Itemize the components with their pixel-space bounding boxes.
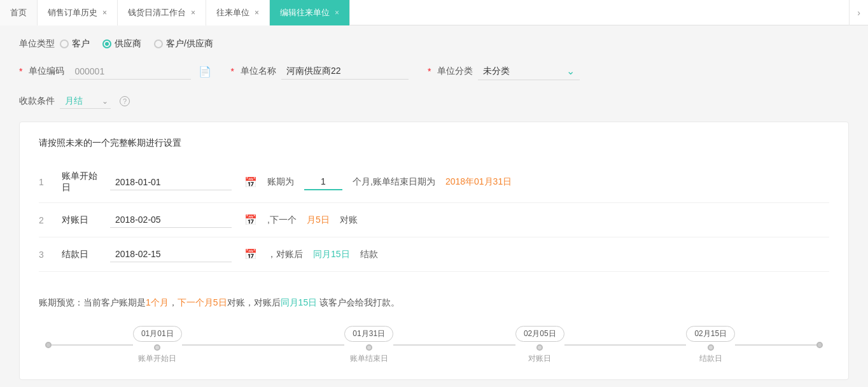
unit-type-label: 单位类型 <box>19 38 55 50</box>
timeline-line-2 <box>182 344 345 346</box>
timeline-line-4 <box>564 344 687 346</box>
unit-name-required: * <box>230 66 234 76</box>
unit-classify-value: 未分类 <box>483 66 510 77</box>
radio-supplier[interactable]: 供应商 <box>102 38 141 50</box>
preview-part3: 同月15日 <box>281 297 318 307</box>
period-row-1-cal-icon[interactable]: 📅 <box>244 176 257 188</box>
period-row-2-cal-icon[interactable]: 📅 <box>244 214 257 226</box>
timeline-node-3-caption: 对账日 <box>528 353 551 364</box>
period-row-3-desc-highlight: 同月15日 <box>313 249 350 260</box>
timeline-node-2-label: 01月31日 <box>344 326 393 342</box>
timeline: 01月01日 账单开始日 01月31日 账单结束日 02月05日 对账日 <box>39 326 829 364</box>
payment-terms-help-icon[interactable]: ? <box>120 96 130 106</box>
radio-supplier-circle <box>102 39 111 48</box>
preview-prefix: 账期预览：当前客户账期是 <box>39 297 146 307</box>
period-row-2-label: 对账日 <box>62 215 100 226</box>
tab-sales-history[interactable]: 销售订单历史 × <box>38 0 118 25</box>
unit-type-row: 单位类型 客户 供应商 客户/供应商 <box>19 38 849 50</box>
timeline-node-3: 02月05日 对账日 <box>515 326 564 364</box>
period-row-2: 2 对账日 📅 ,下一个月5日对账 <box>39 203 829 237</box>
period-months-input[interactable] <box>304 174 342 190</box>
tab-edit-partner-label: 编辑往来单位 <box>280 7 330 18</box>
period-row-1-num: 1 <box>39 177 52 187</box>
payment-terms-select-wrapper: 月结 周结 日结 ⌄ <box>60 93 111 109</box>
payment-terms-field: 收款条件 月结 周结 日结 ⌄ ? <box>19 93 130 109</box>
radio-customer[interactable]: 客户 <box>60 38 90 50</box>
period-row-2-desc-highlight: 月5日 <box>307 215 330 226</box>
payment-terms-row: 收款条件 月结 周结 日结 ⌄ ? <box>19 93 849 109</box>
unit-code-label: 单位编码 <box>29 66 64 77</box>
period-row-1-months-unit: 个月,账单结束日期为 <box>353 176 435 188</box>
unit-type-field: 单位类型 客户 供应商 客户/供应商 <box>19 38 213 50</box>
timeline-end-dot <box>816 342 823 348</box>
timeline-node-1-label: 01月01日 <box>133 326 182 342</box>
period-row-3-label: 结款日 <box>62 249 100 260</box>
tab-cashier-close[interactable]: × <box>191 8 195 17</box>
timeline-track: 01月01日 账单开始日 01月31日 账单结束日 02月05日 对账日 <box>45 326 823 364</box>
radio-customer-circle <box>60 39 69 48</box>
unit-classify-arrow-icon: ⌄ <box>566 65 575 77</box>
timeline-node-2-caption: 账单结束日 <box>350 353 388 364</box>
period-row-1-end-date: 2018年01月31日 <box>445 176 512 188</box>
tab-partners-label: 往来单位 <box>216 7 249 18</box>
unit-name-input[interactable] <box>281 64 409 80</box>
timeline-node-2: 01月31日 账单结束日 <box>344 326 393 364</box>
payment-terms-select[interactable]: 月结 周结 日结 <box>60 93 111 109</box>
radio-both[interactable]: 客户/供应商 <box>154 38 213 50</box>
timeline-node-4-caption: 结款日 <box>699 353 722 364</box>
period-row-3-date[interactable] <box>110 246 232 262</box>
period-card-title: 请按照未来的一个完整帐期进行设置 <box>39 137 829 149</box>
period-row-3-num: 3 <box>39 250 52 260</box>
tabs-bar: 首页 销售订单历史 × 钱货日清工作台 × 往来单位 × 编辑往来单位 × › <box>0 0 868 25</box>
radio-customer-label: 客户 <box>72 38 90 50</box>
period-row-2-desc-after: 对账 <box>340 215 358 226</box>
timeline-node-3-label: 02月05日 <box>515 326 564 342</box>
unit-code-required: * <box>19 66 22 76</box>
unit-classify-required: * <box>428 66 431 76</box>
tab-cashier[interactable]: 钱货日清工作台 × <box>118 0 206 25</box>
tab-partners[interactable]: 往来单位 × <box>206 0 270 25</box>
unit-type-radio-group: 客户 供应商 客户/供应商 <box>60 38 213 50</box>
period-row-2-desc-before: ,下一个 <box>267 215 297 226</box>
tab-cashier-label: 钱货日清工作台 <box>128 7 186 18</box>
preview-mid1: ， <box>169 297 178 307</box>
tab-sales-history-label: 销售订单历史 <box>48 7 97 18</box>
period-row-3-desc-after: 结款 <box>360 249 378 260</box>
preview-part2: 下一个月5日 <box>178 297 227 307</box>
period-row-3-cal-icon[interactable]: 📅 <box>244 248 257 260</box>
unit-name-label: 单位名称 <box>241 66 276 77</box>
timeline-line-5 <box>735 344 816 346</box>
radio-both-label: 客户/供应商 <box>166 38 213 50</box>
timeline-start-dot <box>45 342 52 348</box>
period-row-2-date[interactable] <box>110 212 232 228</box>
period-row-1-label: 账单开始日 <box>62 171 100 194</box>
radio-supplier-label: 供应商 <box>115 38 141 50</box>
preview-suffix: 该客户会给我打款。 <box>319 297 400 307</box>
tab-edit-partner[interactable]: 编辑往来单位 × <box>270 0 350 25</box>
tab-home-label: 首页 <box>10 7 27 18</box>
period-row-3-desc-before: ，对账后 <box>267 249 303 260</box>
unit-code-input[interactable] <box>69 64 191 80</box>
payment-terms-label: 收款条件 <box>19 95 55 107</box>
unit-code-field: * 单位编码 📄 <box>19 64 211 80</box>
tabs-overflow-arrow[interactable]: › <box>849 0 868 25</box>
period-row-1-mid-text: 账期为 <box>267 176 294 188</box>
tab-edit-partner-close[interactable]: × <box>335 8 339 17</box>
tab-home[interactable]: 首页 <box>0 0 38 25</box>
unit-name-field: * 单位名称 <box>230 64 408 80</box>
timeline-node-4-label: 02月15日 <box>686 326 735 342</box>
timeline-node-1-dot <box>154 344 160 351</box>
period-row-1-date[interactable] <box>110 174 232 190</box>
timeline-line-3 <box>393 344 515 346</box>
timeline-node-1-caption: 账单开始日 <box>138 353 176 364</box>
timeline-node-4: 02月15日 结款日 <box>686 326 735 364</box>
unit-info-row: * 单位编码 📄 * 单位名称 * 单位分类 未分类 ⌄ <box>19 62 849 80</box>
tab-sales-history-close[interactable]: × <box>102 8 107 17</box>
unit-classify-dropdown[interactable]: 未分类 ⌄ <box>478 62 580 80</box>
tab-partners-close[interactable]: × <box>255 8 259 17</box>
timeline-node-1: 01月01日 账单开始日 <box>133 326 182 364</box>
unit-code-icon[interactable]: 📄 <box>199 66 211 78</box>
radio-both-circle <box>154 39 163 48</box>
timeline-line-1 <box>52 344 133 346</box>
preview-text: 账期预览：当前客户账期是1个月，下一个月5日对账，对账后同月15日 该客户会给我… <box>39 297 400 307</box>
